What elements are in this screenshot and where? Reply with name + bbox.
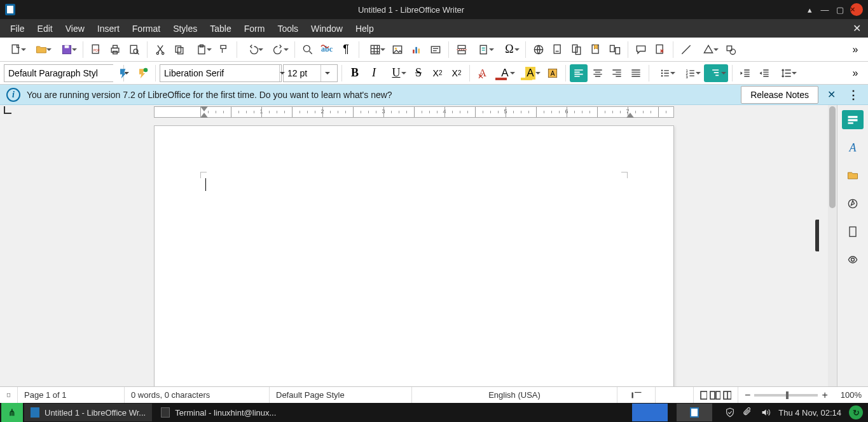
taskbar-writer[interactable]: Untitled 1 - LibreOffice Wr... — [24, 404, 152, 421]
menu-file[interactable]: File — [4, 21, 31, 36]
underline-button[interactable]: U — [384, 64, 408, 82]
font-size-dropdown[interactable] — [320, 65, 333, 81]
track-changes-button[interactable] — [651, 41, 669, 59]
volume-icon[interactable] — [761, 407, 771, 418]
style-inspector-button[interactable] — [842, 250, 864, 269]
paragraph-style-combo[interactable] — [4, 64, 113, 82]
vertical-scrollbar[interactable] — [828, 105, 837, 386]
insert-cross-ref-button[interactable] — [606, 41, 624, 59]
menu-window[interactable]: Window — [305, 21, 349, 36]
styles-panel-button[interactable]: A — [842, 138, 864, 157]
font-name-combo[interactable] — [160, 64, 282, 82]
open-button[interactable] — [29, 41, 53, 59]
spellcheck-button[interactable]: abc — [318, 41, 336, 59]
insert-image-button[interactable] — [389, 41, 406, 59]
insert-mode[interactable] — [617, 387, 656, 403]
font-size-input[interactable] — [284, 65, 320, 81]
numbered-list-button[interactable]: 123 — [679, 64, 703, 82]
save-button[interactable] — [55, 41, 79, 59]
outline-list-button[interactable] — [704, 64, 728, 82]
horizontal-ruler[interactable]: 1234567 — [154, 106, 674, 118]
find-replace-button[interactable] — [299, 41, 317, 59]
menu-styles[interactable]: Styles — [167, 21, 203, 36]
maximize-button[interactable]: ▢ — [832, 5, 848, 15]
start-menu-button[interactable]: ⋔ — [1, 403, 23, 422]
italic-button[interactable]: I — [365, 64, 383, 82]
update-indicator-icon[interactable]: ↻ — [849, 405, 863, 419]
align-right-button[interactable] — [608, 64, 626, 82]
print-preview-button[interactable] — [125, 41, 143, 59]
paste-button[interactable] — [189, 41, 214, 59]
tray-writer-button[interactable] — [677, 404, 712, 421]
new-document-button[interactable] — [4, 41, 28, 59]
line-spacing-button[interactable] — [775, 64, 799, 82]
undo-button[interactable] — [241, 41, 265, 59]
release-notes-button[interactable]: Release Notes — [741, 86, 818, 104]
attachment-icon[interactable] — [743, 407, 753, 418]
menu-help[interactable]: Help — [349, 21, 380, 36]
menu-insert[interactable]: Insert — [91, 21, 126, 36]
cut-button[interactable] — [151, 41, 169, 59]
properties-panel-button[interactable] — [842, 110, 864, 129]
page-panel-button[interactable] — [842, 222, 864, 241]
menu-format[interactable]: Format — [126, 21, 167, 36]
infobar-menu-button[interactable]: ⋮ — [844, 88, 862, 102]
increase-indent-button[interactable] — [736, 64, 754, 82]
menu-edit[interactable]: Edit — [31, 21, 59, 36]
align-left-button[interactable] — [570, 64, 588, 82]
format-toolbar-overflow-button[interactable]: » — [846, 64, 864, 82]
selection-mode[interactable] — [656, 387, 694, 403]
paragraph-style-input[interactable] — [4, 65, 123, 81]
minimize-button[interactable]: — — [817, 5, 832, 15]
document-page[interactable] — [154, 125, 674, 386]
basic-shapes-button[interactable] — [696, 41, 720, 59]
align-center-button[interactable] — [589, 64, 607, 82]
draw-functions-button[interactable] — [722, 41, 740, 59]
zoom-slider[interactable] — [754, 394, 818, 397]
font-color-button[interactable]: A — [493, 64, 517, 82]
insert-chart-button[interactable] — [408, 41, 425, 59]
insert-bookmark-button[interactable] — [587, 41, 605, 59]
char-dialog-button[interactable]: A — [544, 64, 561, 82]
redo-button[interactable] — [266, 41, 291, 59]
zoom-in-button[interactable]: + — [822, 390, 827, 401]
bold-button[interactable]: B — [346, 64, 364, 82]
view-layout[interactable] — [694, 387, 738, 403]
insert-footnote-button[interactable] — [549, 41, 567, 59]
strikethrough-button[interactable]: S — [410, 64, 427, 82]
page-count[interactable]: Page 1 of 1 — [18, 387, 125, 403]
insert-textbox-button[interactable] — [427, 41, 444, 59]
menu-table[interactable]: Table — [203, 21, 237, 36]
bullet-list-button[interactable] — [653, 64, 677, 82]
decrease-indent-button[interactable] — [755, 64, 773, 82]
show-desktop-button[interactable] — [632, 404, 668, 421]
close-window-button[interactable]: × — [850, 3, 863, 16]
insert-page-break-button[interactable] — [453, 41, 471, 59]
language-status[interactable]: English (USA) — [412, 387, 617, 403]
close-document-button[interactable]: ✕ — [849, 22, 864, 34]
page-style-status[interactable]: Default Page Style — [270, 387, 412, 403]
update-style-button[interactable] — [114, 64, 132, 82]
clock[interactable]: Thu 4 Nov, 02:14 — [778, 408, 841, 418]
insert-hyperlink-button[interactable] — [530, 41, 548, 59]
first-line-indent-marker[interactable] — [200, 106, 208, 111]
zoom-out-button[interactable]: − — [745, 390, 750, 401]
subscript-button[interactable]: X2 — [448, 64, 465, 82]
taskbar-terminal[interactable]: Terminal - linuxhint@linux... — [155, 404, 282, 421]
insert-endnote-button[interactable] — [568, 41, 586, 59]
roll-up-button[interactable]: ▴ — [802, 5, 817, 15]
new-style-button[interactable] — [134, 64, 151, 82]
insert-field-button[interactable] — [472, 41, 496, 59]
clone-formatting-button[interactable] — [215, 41, 233, 59]
menu-tools[interactable]: Tools — [271, 21, 305, 36]
font-name-input[interactable] — [160, 65, 279, 81]
highlight-color-button[interactable]: A — [518, 64, 542, 82]
align-justify-button[interactable] — [627, 64, 645, 82]
navigator-panel-button[interactable] — [842, 194, 864, 213]
left-indent-marker[interactable] — [200, 113, 208, 118]
formatting-marks-button[interactable]: ¶ — [337, 41, 355, 59]
infobar-close-button[interactable]: ✕ — [822, 88, 840, 101]
shield-icon[interactable] — [725, 407, 735, 418]
gallery-panel-button[interactable] — [842, 166, 864, 185]
export-pdf-button[interactable]: PDF — [87, 41, 105, 59]
